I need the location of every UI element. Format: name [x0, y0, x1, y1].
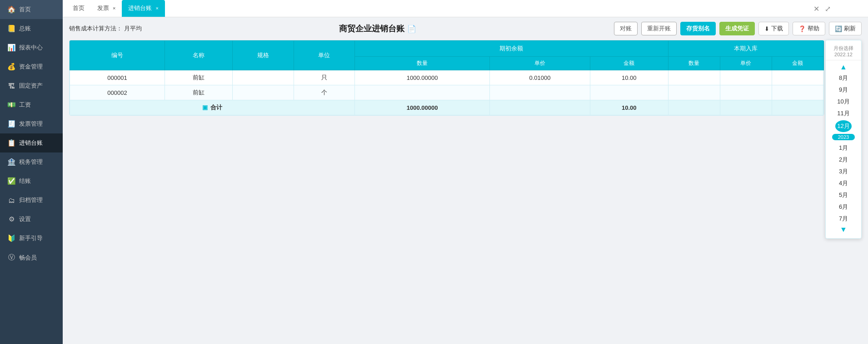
sidebar-item-label: 总账 [19, 25, 31, 33]
cell-in-qty [668, 85, 720, 100]
year-next-badge: 2023 [832, 134, 855, 140]
month-item-3[interactable]: 3月 [826, 166, 861, 177]
content-area: 销售成本计算方法： 月平均 商贸企业进销台账 📄 对账 重新开账 存货别名 生成… [63, 17, 868, 344]
sidebar-item-jinxiao[interactable]: 📋 进销台账 [0, 133, 63, 152]
col-spec: 规格 [232, 41, 294, 70]
col-in-price: 单价 [720, 57, 772, 70]
sidebar-item-vip[interactable]: Ⓥ 畅会员 [0, 248, 63, 267]
month-item-6[interactable]: 6月 [826, 201, 861, 213]
cost-method-value: 月平均 [124, 25, 142, 32]
sidebar-item-label: 归档管理 [19, 196, 43, 204]
tab-invoice-label: 发票 [97, 4, 109, 12]
month-item-12[interactable]: 12月 [835, 120, 852, 132]
cell-open-qty: 1000.00000 [355, 70, 489, 85]
tab-jinxiao-close[interactable]: × [155, 5, 158, 11]
tabs-bar: 首页 发票 × 进销台账 × [63, 0, 868, 17]
help-button[interactable]: ❓ 帮助 [793, 22, 825, 35]
reopen-button[interactable]: 重新开账 [641, 22, 677, 35]
duizhang-button[interactable]: 对账 [614, 22, 638, 35]
cell-in-price [720, 85, 772, 100]
sidebar-item-label: 设置 [19, 215, 31, 223]
sidebar-item-home[interactable]: 🏠 首页 [0, 0, 63, 19]
close-button[interactable]: ✕ [813, 4, 820, 14]
sidebar-item-label: 工资 [19, 101, 31, 109]
page-title-text: 商贸企业进销台账 [339, 23, 404, 34]
vip-icon: Ⓥ [7, 253, 15, 262]
tab-jinxiao[interactable]: 进销台账 × [122, 0, 165, 17]
home-icon: 🏠 [7, 5, 15, 14]
cell-name: 前缸 [165, 85, 232, 100]
sidebar-item-label: 固定资产 [19, 82, 43, 90]
sidebar-item-guide[interactable]: 🔰 新手引导 [0, 229, 63, 248]
sidebar-item-settings[interactable]: ⚙ 设置 [0, 210, 63, 229]
col-id: 编号 [70, 41, 165, 70]
col-in-qty: 数量 [668, 57, 720, 70]
cell-spec [232, 70, 294, 85]
download-icon: ⬇ [764, 25, 769, 32]
total-icon: ▣ [202, 104, 208, 111]
month-item-10[interactable]: 10月 [826, 96, 861, 108]
maximize-button[interactable]: ⤢ [824, 4, 832, 14]
archive-icon: 🗂 [7, 197, 15, 204]
month-item-1[interactable]: 1月 [826, 142, 861, 154]
tab-home-label: 首页 [73, 4, 85, 12]
total-open-qty: 1000.00000 [355, 100, 489, 115]
col-open-price: 单价 [489, 57, 590, 70]
duizhang-label: 对账 [620, 25, 632, 33]
tab-jinxiao-label: 进销台账 [128, 4, 152, 12]
sidebar-item-invoice-mgmt[interactable]: 🧾 发票管理 [0, 114, 63, 133]
cell-in-price [720, 70, 772, 85]
month-item-11[interactable]: 11月 [826, 108, 861, 119]
col-name: 名称 [165, 41, 232, 70]
main-area: ✕ ⤢ 首页 发票 × 进销台账 × 销售成本计算方法： 月平均 商贸企业进销台… [63, 0, 868, 344]
total-open-price [489, 100, 590, 115]
cell-open-price [489, 85, 590, 100]
page-title: 商贸企业进销台账 📄 [339, 23, 416, 34]
month-item-8[interactable]: 8月 [826, 72, 861, 84]
sidebar-item-tax-mgmt[interactable]: 🏦 税务管理 [0, 152, 63, 172]
sidebar-item-label: 发票管理 [19, 120, 43, 128]
month-scroll-up[interactable]: ▲ [826, 62, 861, 72]
sidebar-item-general-ledger[interactable]: 📒 总账 [0, 19, 63, 38]
generate-button[interactable]: 生成凭证 [719, 22, 755, 35]
download-label: 下载 [771, 25, 783, 33]
month-item-2[interactable]: 2月 [826, 154, 861, 166]
report-icon: 📊 [7, 44, 15, 52]
col-group-inbound: 本期入库 [668, 41, 824, 57]
toolbar: 对账 重新开账 存货别名 生成凭证 ⬇ 下载 ❓ 帮助 [614, 22, 862, 35]
save-alias-label: 存货别名 [686, 25, 710, 33]
month-item-9[interactable]: 9月 [826, 84, 861, 96]
month-panel-title: 月份选择 2022.12 [826, 44, 861, 60]
month-panel-year: 2022.12 [834, 52, 853, 57]
cell-name: 前缸 [165, 70, 232, 85]
sidebar-item-fixed-assets[interactable]: 🏗 固定资产 [0, 76, 63, 95]
sidebar-item-report-center[interactable]: 📊 报表中心 [0, 38, 63, 57]
table-row: 000001 前缸 只 1000.00000 0.01000 10.00 [70, 70, 824, 85]
sidebar-item-fund-management[interactable]: 💰 资金管理 [0, 57, 63, 76]
refresh-button[interactable]: 🔄 刷新 [829, 22, 862, 35]
save-alias-button[interactable]: 存货别名 [680, 22, 716, 35]
tab-invoice-close[interactable]: × [113, 5, 115, 11]
month-item-7[interactable]: 7月 [826, 213, 861, 225]
col-group-opening: 期初余额 [355, 41, 668, 57]
title-info-icon[interactable]: 📄 [407, 25, 416, 33]
download-button[interactable]: ⬇ 下载 [758, 22, 789, 35]
guide-icon: 🔰 [7, 234, 15, 242]
cell-open-amt [590, 85, 668, 100]
tab-invoice[interactable]: 发票 × [91, 0, 122, 17]
total-row: ▣ 合计 1000.00000 10.00 [70, 100, 824, 115]
window-controls: ✕ ⤢ [813, 4, 832, 14]
month-item-4[interactable]: 4月 [826, 177, 861, 189]
cell-open-price: 0.01000 [489, 70, 590, 85]
fund-icon: 💰 [7, 63, 15, 71]
tab-home[interactable]: 首页 [66, 0, 91, 17]
sidebar-item-archive[interactable]: 🗂 归档管理 [0, 191, 63, 210]
ledger-icon: 📒 [7, 25, 15, 33]
sidebar-item-salary[interactable]: 💵 工资 [0, 95, 63, 114]
jinxiao-icon: 📋 [7, 139, 15, 147]
month-item-5[interactable]: 5月 [826, 189, 861, 201]
salary-icon: 💵 [7, 101, 15, 109]
month-scroll-down[interactable]: ▼ [826, 225, 861, 235]
cell-in-qty [668, 70, 720, 85]
sidebar-item-settle[interactable]: ✅ 结账 [0, 172, 63, 191]
